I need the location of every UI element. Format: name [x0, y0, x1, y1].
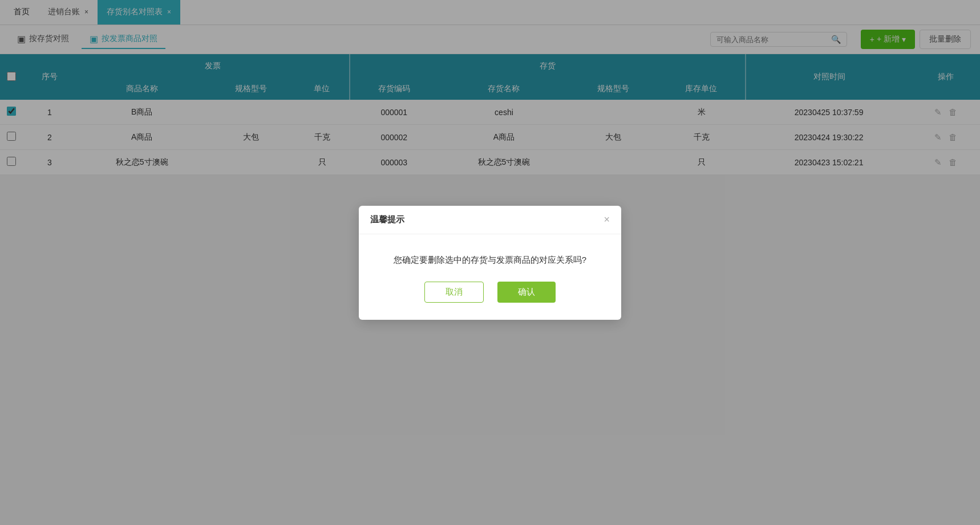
modal-overlay[interactable]: 温馨提示 × 您确定要删除选中的存货与发票商品的对应关系吗? 取消 确认: [0, 0, 980, 175]
